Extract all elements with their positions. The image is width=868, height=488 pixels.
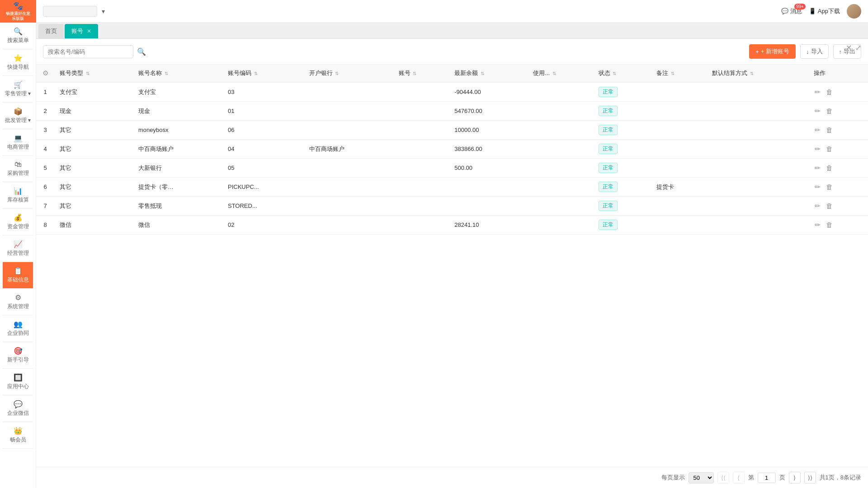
toolbar-right: + + 新增账号 ↓ 导入 ↑ 导出: [749, 44, 861, 59]
edit-button-1[interactable]: ✏: [814, 106, 821, 116]
sidebar-item-8[interactable]: 📈经营管理: [3, 235, 33, 262]
tab-close-icon[interactable]: ✕: [87, 28, 91, 34]
sidebar-item-14[interactable]: 💬企业微信: [3, 395, 33, 422]
col-default-settle-sort-icon[interactable]: ⇅: [750, 71, 754, 76]
edit-button-3[interactable]: ✏: [814, 144, 821, 154]
sidebar-item-10[interactable]: ⚙系统管理: [3, 289, 33, 315]
delete-button-7[interactable]: 🗑: [825, 220, 834, 230]
prev-page-button[interactable]: ⟨: [733, 472, 745, 483]
sidebar-item-7[interactable]: 💰资金管理: [3, 209, 33, 235]
col-bank: 开户银行 ⇅: [304, 65, 393, 82]
sidebar-icon-1: ⭐: [5, 54, 31, 62]
cell-usage-7: [528, 216, 593, 235]
delete-button-4[interactable]: 🗑: [825, 163, 834, 173]
delete-button-0[interactable]: 🗑: [825, 87, 834, 97]
import-button[interactable]: ↓ 导入: [800, 44, 829, 59]
sidebar-item-9[interactable]: 📋基础信息: [3, 262, 33, 289]
topbar-search-input[interactable]: [43, 6, 97, 17]
cell-balance-7: 28241.10: [449, 216, 528, 235]
import-icon: ↓: [806, 48, 809, 55]
cell-code-4: 05: [222, 159, 304, 178]
cell-default-settle-2: [707, 121, 808, 140]
app-icon: 📱: [809, 8, 816, 14]
first-page-button[interactable]: ⟨⟨: [717, 472, 729, 483]
add-account-button[interactable]: + + 新增账号: [749, 44, 796, 59]
col-account-sort-icon[interactable]: ⇅: [413, 71, 416, 76]
search-button[interactable]: 🔍: [137, 47, 146, 56]
topbar-dropdown-icon[interactable]: ▾: [102, 8, 105, 15]
cell-type-0: 支付宝: [54, 82, 133, 102]
delete-button-6[interactable]: 🗑: [825, 201, 834, 211]
col-type-sort-icon[interactable]: ⇅: [86, 71, 90, 76]
sidebar-item-13[interactable]: 🔲应用中心: [3, 369, 33, 395]
delete-button-1[interactable]: 🗑: [825, 106, 834, 116]
col-account: 账号 ⇅: [393, 65, 449, 82]
cell-bank-2: [304, 121, 393, 140]
tab-account[interactable]: 账号 ✕: [65, 24, 98, 38]
sidebar-icon-4: 💻: [5, 134, 31, 142]
sidebar-item-1[interactable]: ⭐快捷导航: [3, 49, 33, 76]
sidebar-icon-0: 🔍: [5, 27, 31, 36]
sidebar-item-4[interactable]: 💻电商管理: [3, 129, 33, 156]
sidebar-item-6[interactable]: 📊库存核算: [3, 182, 33, 209]
cell-actions-6: ✏ 🗑: [808, 197, 868, 216]
next-page-button[interactable]: ⟩: [789, 472, 801, 483]
col-usage-sort-icon[interactable]: ⇅: [552, 71, 556, 76]
sidebar-label-0: 搜索菜单: [7, 37, 29, 43]
col-account-label: 账号: [399, 70, 410, 76]
col-balance-sort-icon[interactable]: ⇅: [481, 71, 484, 76]
tab-home[interactable]: 首页: [38, 24, 64, 38]
sidebar-item-0[interactable]: 🔍搜索菜单: [3, 23, 33, 49]
edit-button-5[interactable]: ✏: [814, 182, 821, 192]
edit-button-6[interactable]: ✏: [814, 201, 821, 211]
sidebar-icon-8: 📈: [5, 240, 31, 249]
row-actions-4: ✏ 🗑: [814, 163, 863, 173]
edit-button-4[interactable]: ✏: [814, 163, 821, 173]
message-button[interactable]: 💬 消息 99+: [781, 7, 802, 15]
window-maximize-button[interactable]: ⤢: [855, 43, 861, 52]
col-code-sort-icon[interactable]: ⇅: [254, 71, 258, 76]
col-remark-sort-icon[interactable]: ⇅: [671, 71, 675, 76]
cell-balance-0: -90444.00: [449, 82, 528, 102]
sidebar-item-3[interactable]: 📦批发管理 ▾: [3, 103, 33, 129]
col-name-sort-icon[interactable]: ⇅: [165, 71, 168, 76]
status-badge-1: 正常: [599, 106, 618, 116]
cell-name-7: 微信: [133, 216, 222, 235]
edit-button-2[interactable]: ✏: [814, 125, 821, 135]
avatar[interactable]: [847, 4, 861, 19]
window-close-button[interactable]: ✕: [846, 43, 852, 52]
cell-default-settle-7: [707, 216, 808, 235]
sidebar-icon-15: 👑: [5, 427, 31, 435]
delete-button-5[interactable]: 🗑: [825, 182, 834, 192]
delete-button-2[interactable]: 🗑: [825, 125, 834, 135]
sidebar-item-15[interactable]: 👑畅会员: [3, 422, 33, 449]
row-actions-6: ✏ 🗑: [814, 201, 863, 211]
delete-button-3[interactable]: 🗑: [825, 144, 834, 154]
cell-remark-2: [651, 121, 707, 140]
cell-usage-1: [528, 102, 593, 121]
cell-name-6: 零售抵现: [133, 197, 222, 216]
row-actions-7: ✏ 🗑: [814, 220, 863, 230]
sidebar-icon-7: 💰: [5, 213, 31, 222]
col-status-sort-icon[interactable]: ⇅: [613, 71, 616, 76]
cell-code-1: 01: [222, 102, 304, 121]
col-bank-sort-icon[interactable]: ⇅: [335, 71, 339, 76]
sidebar-label-13: 应用中心: [7, 383, 29, 389]
search-input[interactable]: [43, 45, 133, 58]
col-code-label: 账号编码: [228, 70, 251, 76]
app-download-button[interactable]: 📱 App下载: [809, 7, 840, 15]
sidebar-item-11[interactable]: 👥企业协同: [3, 315, 33, 342]
window-controls: ✕ ⤢: [846, 43, 861, 52]
status-badge-0: 正常: [599, 87, 618, 97]
edit-button-7[interactable]: ✏: [814, 220, 821, 230]
sidebar-item-5[interactable]: 🛍采购管理: [3, 156, 33, 182]
edit-button-0[interactable]: ✏: [814, 87, 821, 97]
page-size-select[interactable]: 50 10 20 100: [689, 472, 714, 483]
column-settings-button[interactable]: ⚙: [42, 69, 48, 77]
sidebar-item-12[interactable]: 🎯新手引导: [3, 342, 33, 369]
last-page-button[interactable]: ⟩⟩: [804, 472, 816, 483]
table-row: 1 支付宝 支付宝 03 -90444.00 正常 ✏ 🗑: [36, 82, 868, 102]
page-number-input[interactable]: [758, 473, 776, 483]
cell-balance-1: 547670.00: [449, 102, 528, 121]
sidebar-item-2[interactable]: 🛒零售管理 ▾: [3, 76, 33, 103]
